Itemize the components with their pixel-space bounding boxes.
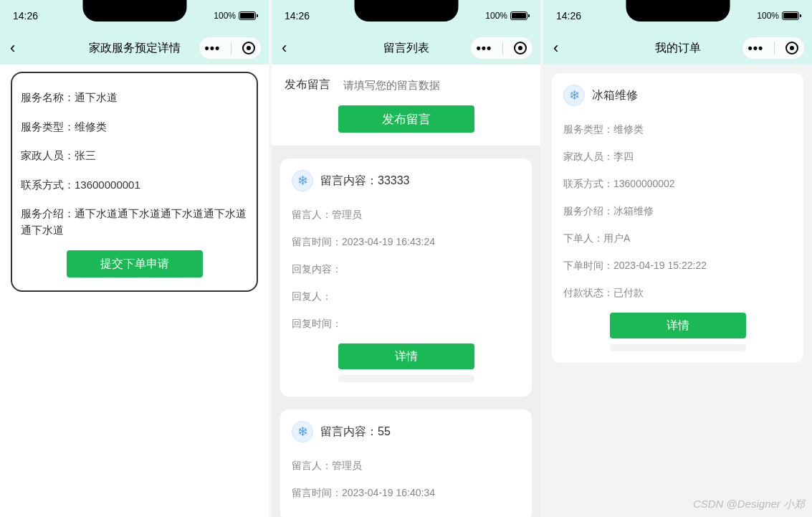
row-service-type: 服务类型：维修类 [21,113,248,142]
page-title: 我的订单 [655,41,701,56]
snowflake-icon: ❄ [292,170,313,191]
phone-screen-1: 14:26 100% ‹ 家政服务预定详情 ••• 服务名称：通下水道 服务类型… [0,0,269,517]
row-reply-time: 回复时间： [292,310,520,338]
message-content: 留言内容：55 [320,424,391,440]
device-notch [626,0,730,22]
row-person: 留言人：管理员 [292,201,520,229]
back-icon[interactable]: ‹ [553,39,570,57]
row-contact: 联系方式：13600000001 [21,171,248,200]
status-time: 14:26 [13,10,38,22]
message-card: ❄ 留言内容：33333 留言人：管理员 留言时间：2023-04-19 16:… [280,158,532,397]
row-contact: 联系方式：13600000002 [563,171,792,198]
close-icon[interactable] [514,42,527,54]
page-title: 家政服务预定详情 [89,41,181,56]
row-orderer: 下单人：用户A [563,225,792,252]
menu-icon[interactable]: ••• [748,42,764,54]
snowflake-icon: ❄ [563,85,585,106]
order-name: 冰箱维修 [592,88,638,103]
row-time: 留言时间：2023-04-19 16:40:34 [292,480,520,507]
row-service-name: 服务名称：通下水道 [21,83,248,113]
row-service-type: 服务类型：维修类 [563,116,792,143]
mini-program-capsule[interactable]: ••• [742,37,805,60]
device-notch [82,0,186,22]
placeholder-bar [610,344,746,351]
menu-icon[interactable]: ••• [477,42,492,54]
order-card: ❄ 冰箱维修 服务类型：维修类 家政人员：李四 联系方式：13600000002… [552,73,803,363]
row-intro: 服务介绍：通下水道通下水道通下水道通下水道通下水道 [21,199,248,245]
page-title: 留言列表 [383,41,429,56]
battery-percent: 100% [485,11,507,21]
menu-icon[interactable]: ••• [205,42,221,54]
snowflake-icon: ❄ [292,421,313,442]
back-icon[interactable]: ‹ [282,39,299,57]
nav-bar: ‹ 家政服务预定详情 ••• [0,32,269,65]
battery-percent: 100% [214,11,236,21]
status-time: 14:26 [556,10,581,22]
battery-icon [782,11,799,20]
back-icon[interactable]: ‹ [10,39,27,57]
mini-program-capsule[interactable]: ••• [199,37,262,60]
publish-section: 发布留言 发布留言 [272,65,540,146]
detail-button[interactable]: 详情 [338,343,474,369]
row-staff: 家政人员：张三 [21,141,248,171]
service-detail-card: 服务名称：通下水道 服务类型：维修类 家政人员：张三 联系方式：13600000… [11,72,258,292]
publish-button[interactable]: 发布留言 [338,105,474,133]
row-time: 留言时间：2023-04-19 16:43:24 [292,229,520,256]
submit-order-button[interactable]: 提交下单申请 [67,250,203,278]
close-icon[interactable] [785,42,798,54]
phone-screen-2: 14:26 100% ‹ 留言列表 ••• 发布留言 发布留言 ❄ 留言内容：3… [272,0,540,517]
mini-program-capsule[interactable]: ••• [470,37,533,60]
watermark: CSDN @Designer 小郑 [693,498,805,511]
row-reply-content: 回复内容： [292,256,520,283]
message-content: 留言内容：33333 [320,174,410,189]
detail-button[interactable]: 详情 [610,313,746,338]
status-time: 14:26 [285,10,310,22]
message-input[interactable] [343,79,527,91]
battery-icon [510,11,527,20]
battery-icon [239,11,256,20]
close-icon[interactable] [242,42,255,54]
row-person: 留言人：管理员 [292,452,520,480]
row-staff: 家政人员：李四 [563,143,792,171]
device-notch [354,0,458,22]
row-reply-person: 回复人： [292,283,520,310]
row-pay-status: 付款状态：已付款 [563,280,792,307]
message-card: ❄ 留言内容：55 留言人：管理员 留言时间：2023-04-19 16:40:… [280,409,532,517]
battery-percent: 100% [757,11,779,21]
nav-bar: ‹ 我的订单 ••• [543,32,812,65]
publish-label: 发布留言 [285,77,330,93]
nav-bar: ‹ 留言列表 ••• [272,32,540,65]
phone-screen-3: 14:26 100% ‹ 我的订单 ••• ❄ 冰箱维修 服务类型：维修类 家政… [543,0,812,517]
row-intro: 服务介绍：冰箱维修 [563,198,792,225]
placeholder-bar [338,375,474,382]
row-order-time: 下单时间：2023-04-19 15:22:22 [563,252,792,280]
